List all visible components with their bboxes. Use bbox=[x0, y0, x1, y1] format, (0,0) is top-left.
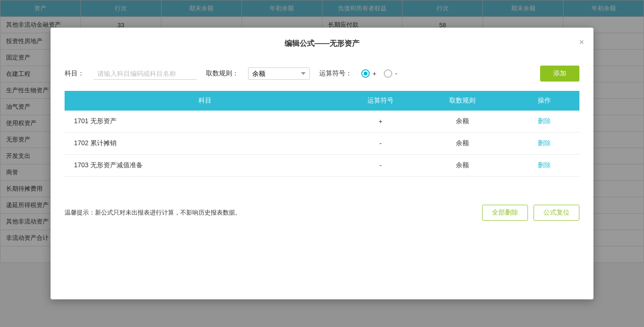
operator-minus-radio[interactable] bbox=[384, 69, 392, 78]
modal-title: 编辑公式——无形资产 bbox=[285, 39, 359, 47]
table-row: 1702 累计摊销 - 余额 删除 bbox=[65, 133, 579, 155]
operator-plus-item[interactable]: + bbox=[361, 69, 376, 78]
row2-operator: - bbox=[345, 133, 416, 155]
row3-subject: 1703 无形资产减值准备 bbox=[65, 155, 345, 177]
operator-minus-label: - bbox=[395, 70, 397, 77]
col-subject: 科目 bbox=[65, 91, 345, 111]
modal-overlay: 编辑公式——无形资产 × 科目： 取数规则： 余额 借方发生额 贷方发生额 借方… bbox=[0, 0, 644, 327]
subject-input[interactable] bbox=[94, 68, 197, 80]
rule-select[interactable]: 余额 借方发生额 贷方发生额 借方累计发生额 贷方累计发生额 bbox=[248, 67, 310, 80]
row1-action: 删除 bbox=[509, 111, 579, 133]
modal-close-button[interactable]: × bbox=[579, 38, 584, 46]
formula-table: 科目 运算符号 取数规则 操作 1701 无形资产 + 余额 删除 bbox=[65, 91, 579, 177]
col-operator: 运算符号 bbox=[345, 91, 416, 111]
modal-dialog: 编辑公式——无形资产 × 科目： 取数规则： 余额 借方发生额 贷方发生额 借方… bbox=[51, 28, 593, 299]
footer-tip: 温馨提示：新公式只对未出报表进行计算，不影响历史报表数据。 bbox=[65, 208, 241, 217]
row1-rule: 余额 bbox=[416, 111, 509, 133]
row2-rule: 余额 bbox=[416, 133, 509, 155]
operator-label: 运算符号： bbox=[319, 69, 352, 78]
row3-rule: 余额 bbox=[416, 155, 509, 177]
col-rule: 取数规则 bbox=[416, 91, 509, 111]
reset-formula-button[interactable]: 公式复位 bbox=[534, 205, 579, 221]
operator-plus-label: + bbox=[373, 70, 376, 77]
row3-operator: - bbox=[345, 155, 416, 177]
row1-subject: 1701 无形资产 bbox=[65, 111, 345, 133]
row3-delete-button[interactable]: 删除 bbox=[538, 161, 551, 170]
row1-delete-button[interactable]: 删除 bbox=[538, 117, 551, 126]
row2-action: 删除 bbox=[509, 133, 579, 155]
table-row: 1703 无形资产减值准备 - 余额 删除 bbox=[65, 155, 579, 177]
rule-label: 取数规则： bbox=[206, 69, 239, 78]
operator-minus-item[interactable]: - bbox=[384, 69, 397, 78]
row2-subject: 1702 累计摊销 bbox=[65, 133, 345, 155]
form-row: 科目： 取数规则： 余额 借方发生额 贷方发生额 借方累计发生额 贷方累计发生额… bbox=[65, 66, 579, 82]
operator-plus-radio[interactable] bbox=[361, 69, 370, 78]
operator-radio-group: + - bbox=[361, 69, 397, 78]
col-action: 操作 bbox=[509, 91, 579, 111]
delete-all-button[interactable]: 全部删除 bbox=[482, 205, 528, 221]
footer-buttons: 全部删除 公式复位 bbox=[482, 205, 579, 221]
modal-footer: 温馨提示：新公式只对未出报表进行计算，不影响历史报表数据。 全部删除 公式复位 bbox=[51, 197, 593, 232]
modal-body: 科目： 取数规则： 余额 借方发生额 贷方发生额 借方累计发生额 贷方累计发生额… bbox=[51, 56, 593, 197]
add-button[interactable]: 添加 bbox=[540, 66, 579, 82]
row3-action: 删除 bbox=[509, 155, 579, 177]
row1-operator: + bbox=[345, 111, 416, 133]
subject-label: 科目： bbox=[65, 69, 84, 78]
table-row: 1701 无形资产 + 余额 删除 bbox=[65, 111, 579, 133]
modal-header: 编辑公式——无形资产 × bbox=[51, 28, 593, 56]
row2-delete-button[interactable]: 删除 bbox=[538, 139, 551, 148]
